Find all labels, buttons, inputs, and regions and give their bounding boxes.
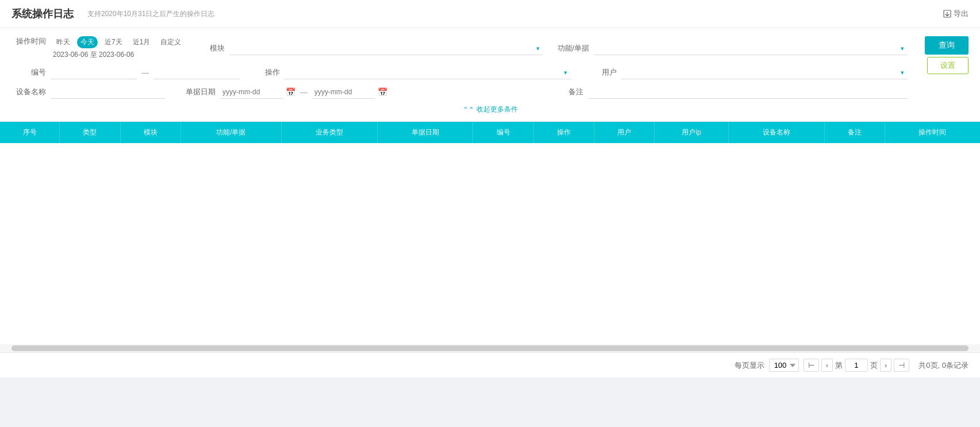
user-label: 用户: [582, 67, 617, 78]
filter-row-3: 设备名称 单据日期 📅 — 📅: [11, 85, 913, 99]
func-input[interactable]: [594, 41, 908, 55]
page-total: 共0页, 0条记录: [918, 360, 969, 371]
device-label: 设备名称: [11, 87, 46, 97]
empty-area: [0, 143, 980, 344]
page-next-button[interactable]: ›: [880, 359, 891, 372]
col-id: 编号: [473, 122, 533, 143]
id-from-input[interactable]: [51, 66, 137, 79]
page-title: 系统操作日志: [11, 7, 74, 21]
export-icon: [943, 10, 951, 18]
page-suffix: 页: [870, 360, 878, 371]
time-btn-today[interactable]: 今天: [77, 36, 98, 48]
id-to-input[interactable]: [153, 66, 240, 79]
col-doc-date: 单据日期: [377, 122, 473, 143]
col-remark: 备注: [824, 122, 885, 143]
col-device: 设备名称: [729, 122, 825, 143]
func-dropdown-wrap: ▾: [594, 41, 908, 55]
right-buttons: 查询 设置: [913, 36, 969, 74]
filter-row-2: 编号 — 操作 ▾ 用户: [11, 66, 913, 79]
user-dropdown-wrap: ▾: [621, 66, 908, 79]
date-label: 单据日期: [178, 87, 216, 97]
settings-button[interactable]: 设置: [927, 57, 969, 74]
date-to-input[interactable]: [312, 86, 375, 99]
calendar-to-icon[interactable]: 📅: [378, 87, 387, 97]
page-first-button[interactable]: ⊢: [804, 359, 819, 372]
col-op: 操作: [533, 122, 594, 143]
page-container: 系统操作日志 支持2020年10月31日之后产生的操作日志 导出 操作时间: [0, 0, 980, 427]
data-table: 序号 类型 模块 功能/单据 业务类型 单据日期 编号 操作 用户 用户ip 设…: [0, 122, 980, 143]
filter-row-1: 操作时间 昨天 今天 近7天 近1月 自定义 2023-06-06 至 2023…: [11, 36, 913, 60]
func-label: 功能/单据: [555, 43, 589, 53]
time-label: 操作时间: [11, 36, 46, 47]
per-page-select[interactable]: 100 50 200: [769, 359, 799, 372]
filter-area: 操作时间 昨天 今天 近7天 近1月 自定义 2023-06-06 至 2023…: [0, 28, 980, 122]
module-label: 模块: [190, 43, 225, 53]
time-btn-yesterday[interactable]: 昨天: [53, 36, 74, 48]
time-btn-custom[interactable]: 自定义: [157, 36, 185, 48]
pagination-bar: 每页显示 100 50 200 ⊢ ‹ 第 页 › ⊣ 共0页, 0条记录: [0, 352, 980, 378]
table-header: 序号 类型 模块 功能/单据 业务类型 单据日期 编号 操作 用户 用户ip 设…: [0, 122, 980, 143]
time-buttons-group: 昨天 今天 近7天 近1月 自定义: [53, 36, 185, 48]
op-input[interactable]: [285, 66, 571, 79]
id-label: 编号: [11, 67, 46, 78]
collapse-up-icon: ⌃⌃: [463, 106, 474, 114]
col-op-time: 操作时间: [885, 122, 980, 143]
op-label: 操作: [245, 67, 280, 78]
table-header-row: 序号 类型 模块 功能/单据 业务类型 单据日期 编号 操作 用户 用户ip 设…: [0, 122, 980, 143]
module-input[interactable]: [229, 41, 543, 55]
op-dropdown-wrap: ▾: [285, 66, 571, 79]
col-user-ip: 用户ip: [654, 122, 728, 143]
per-page-label: 每页显示: [735, 360, 764, 371]
date-from-input[interactable]: [220, 86, 283, 99]
remark-label: 备注: [549, 87, 583, 97]
scroll-thumb[interactable]: [11, 345, 969, 351]
time-range: 2023-06-06 至 2023-06-06: [53, 50, 185, 60]
time-btn-7days[interactable]: 近7天: [101, 36, 126, 48]
query-button[interactable]: 查询: [925, 36, 969, 55]
page-prev-button[interactable]: ‹: [821, 359, 833, 372]
device-input[interactable]: [51, 85, 166, 99]
page-subtitle: 支持2020年10月31日之后产生的操作日志: [87, 9, 214, 19]
page-header: 系统操作日志 支持2020年10月31日之后产生的操作日志 导出: [0, 0, 980, 28]
page-label: 第: [835, 360, 843, 371]
module-dropdown-wrap: ▾: [229, 41, 543, 55]
date-to-wrap: 📅: [312, 86, 387, 99]
time-btn-1month[interactable]: 近1月: [129, 36, 154, 48]
page-input[interactable]: [845, 359, 868, 372]
col-module: 模块: [120, 122, 180, 143]
col-user: 用户: [594, 122, 654, 143]
col-type: 类型: [60, 122, 120, 143]
col-biz-type: 业务类型: [281, 122, 377, 143]
collapse-button[interactable]: ⌃⌃ 收起更多条件: [463, 105, 518, 114]
col-func: 功能/单据: [180, 122, 281, 143]
user-input[interactable]: [621, 66, 908, 79]
col-index: 序号: [0, 122, 60, 143]
date-dash: —: [300, 88, 308, 97]
scroll-area[interactable]: [0, 344, 980, 352]
calendar-from-icon[interactable]: 📅: [286, 87, 295, 97]
date-from-wrap: 📅: [220, 86, 295, 99]
remark-input[interactable]: [588, 85, 908, 99]
table-container: 序号 类型 模块 功能/单据 业务类型 单据日期 编号 操作 用户 用户ip 设…: [0, 122, 980, 344]
page-nav: ⊢ ‹ 第 页 › ⊣: [804, 359, 910, 372]
export-button[interactable]: 导出: [943, 9, 969, 19]
page-last-button[interactable]: ⊣: [894, 359, 909, 372]
collapse-row: ⌃⌃ 收起更多条件: [11, 105, 969, 114]
id-dash: —: [141, 68, 149, 77]
